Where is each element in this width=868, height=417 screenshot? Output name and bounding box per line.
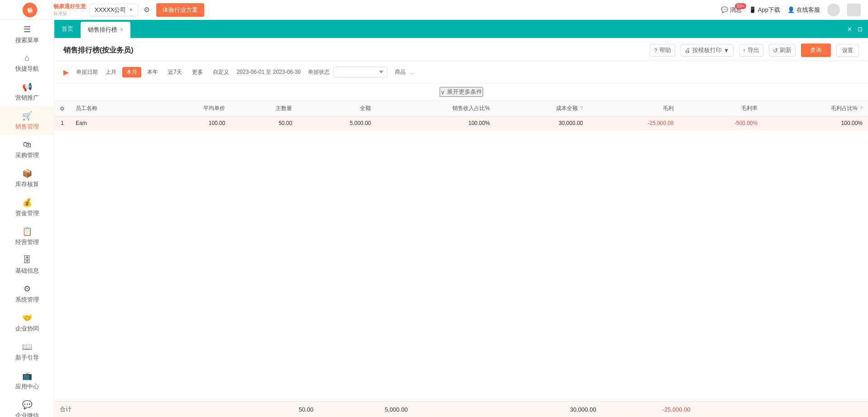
message-icon: 💬 bbox=[721, 6, 728, 13]
settings-button[interactable]: 设置 bbox=[836, 44, 859, 57]
table-cell: -25,000.00 bbox=[588, 116, 679, 130]
table-body: 1Eam100.0050.005,000.00100.00%30,000.00-… bbox=[54, 116, 868, 130]
company-settings-button[interactable]: ⚙ bbox=[142, 4, 152, 16]
table-cell: 50.00 bbox=[230, 116, 297, 130]
industry-btn[interactable]: 体验行业方案 bbox=[156, 3, 204, 17]
cooperation-icon: 🤝 bbox=[22, 313, 32, 323]
date-tab-prev-month[interactable]: 上月 bbox=[101, 67, 120, 77]
col-amount: 全额 bbox=[297, 101, 376, 116]
table-cell: 100.00 bbox=[150, 116, 230, 130]
expand-more-btn[interactable]: ∨ 展开更多条件 bbox=[440, 87, 483, 97]
page-content: 销售排行榜(按业务员) ? 帮助 🖨 按模板打印 ▼ ↑ 导出 bbox=[54, 38, 868, 417]
query-button[interactable]: 查询 bbox=[801, 43, 831, 57]
main-layout: ☰ 搜索菜单 ⌂ 快捷导航 📢 营销推广 🛒 销售管理 🛍 采购管理 📦 库存核… bbox=[0, 20, 868, 417]
marketing-icon: 📢 bbox=[22, 82, 32, 92]
search-menu-icon: ☰ bbox=[24, 24, 31, 34]
col-cost: 成本全额 ? bbox=[495, 101, 588, 116]
export-button[interactable]: ↑ 导出 bbox=[739, 44, 764, 57]
app-version: 标准版 bbox=[53, 10, 86, 17]
date-tab-7days[interactable]: 近7天 bbox=[164, 67, 186, 77]
tab-sales-rank-label: 销售排行榜 bbox=[88, 26, 117, 34]
sidebar-item-label-basic: 基础信息 bbox=[15, 267, 39, 275]
sidebar-item-finance[interactable]: 💰 资金管理 bbox=[0, 193, 54, 222]
table-cell: Eam bbox=[70, 116, 150, 130]
app-download-button[interactable]: 📱 App下载 bbox=[749, 6, 780, 14]
table-wrap: ⚙ 员工名称 平均单价 主数量 全额 销售收入占比% 成本全额 ? 毛利 毛利率… bbox=[54, 101, 868, 401]
main-table: ⚙ 员工名称 平均单价 主数量 全额 销售收入占比% 成本全额 ? 毛利 毛利率… bbox=[54, 101, 868, 130]
help-icon: ? bbox=[654, 47, 657, 54]
sidebar: ☰ 搜索菜单 ⌂ 快捷导航 📢 营销推广 🛒 销售管理 🛍 采购管理 📦 库存核… bbox=[0, 20, 54, 417]
finance-icon: 💰 bbox=[22, 197, 32, 207]
tab-sales-rank[interactable]: 销售排行榜 × bbox=[81, 22, 130, 38]
company-selector[interactable]: XXXXX公司 ▼ bbox=[90, 4, 138, 16]
table-cell: 100.00% bbox=[376, 116, 495, 130]
sidebar-item-label-sales: 销售管理 bbox=[15, 123, 39, 131]
status-filter-select[interactable] bbox=[333, 67, 388, 77]
sidebar-item-label-app: 应用中心 bbox=[15, 383, 39, 391]
help-button[interactable]: ? 帮助 bbox=[650, 44, 675, 57]
print-dropdown-icon: ▼ bbox=[724, 47, 729, 54]
tab-bar: 首页 销售排行榜 × ✕ ⊡ bbox=[54, 20, 868, 38]
tab-window-expand-btn[interactable]: ⊡ bbox=[858, 26, 863, 33]
online-service-label: 在线客服 bbox=[796, 6, 820, 14]
refresh-button[interactable]: ↺ 刷新 bbox=[769, 44, 796, 57]
status-filter-label: 单据状态 bbox=[308, 68, 330, 76]
date-tab-more[interactable]: 更多 bbox=[188, 67, 207, 77]
date-filter: 单据日期 上月 本月 本年 近7天 更多 自定义 2023-06-01 至 20… bbox=[76, 67, 301, 77]
message-button[interactable]: 💬 消息 99+ bbox=[721, 6, 742, 14]
col-main-qty: 主数量 bbox=[230, 101, 297, 116]
service-icon: 👤 bbox=[787, 6, 795, 13]
svg-text:畅: 畅 bbox=[27, 7, 33, 13]
inventory-icon: 📦 bbox=[22, 168, 32, 178]
purchase-icon: 🛍 bbox=[23, 140, 31, 149]
sidebar-item-label-wechat: 企业微信 bbox=[15, 412, 39, 417]
online-service-button[interactable]: 👤 在线客服 bbox=[787, 6, 820, 14]
table-cell: -500.00% bbox=[679, 116, 763, 130]
sales-icon: 🛒 bbox=[22, 111, 32, 121]
gross-pct-help-icon[interactable]: ? bbox=[860, 105, 863, 111]
col-revenue-pct: 销售收入占比% bbox=[376, 101, 495, 116]
app-download-label: App下载 bbox=[758, 6, 780, 14]
goods-filter: 商品 ... bbox=[395, 68, 414, 76]
system-icon: ⚙ bbox=[24, 284, 31, 294]
sidebar-item-marketing[interactable]: 📢 营销推广 bbox=[0, 77, 54, 106]
company-name: XXXXX公司 bbox=[95, 6, 126, 14]
sidebar-item-label-system: 系统管理 bbox=[15, 296, 39, 304]
cost-help-icon[interactable]: ? bbox=[580, 105, 583, 111]
table-header: ⚙ 员工名称 平均单价 主数量 全额 销售收入占比% 成本全额 ? 毛利 毛利率… bbox=[54, 101, 868, 116]
sidebar-item-inventory[interactable]: 📦 库存核算 bbox=[0, 164, 54, 193]
sidebar-item-search[interactable]: ☰ 搜索菜单 bbox=[0, 20, 54, 49]
table-cell: 100.00% bbox=[763, 116, 868, 130]
table-cell: 5,000.00 bbox=[297, 116, 376, 130]
logo-area: 畅 bbox=[7, 2, 53, 18]
goods-filter-more[interactable]: ... bbox=[409, 69, 414, 75]
col-gear: ⚙ bbox=[54, 101, 70, 116]
user-avatar[interactable] bbox=[827, 4, 840, 16]
sidebar-item-basic-info[interactable]: 🗄 基础信息 bbox=[0, 251, 54, 279]
date-filter-label: 单据日期 bbox=[76, 68, 98, 76]
footer-spacer4 bbox=[779, 406, 863, 413]
sidebar-item-label-finance: 资金管理 bbox=[15, 209, 39, 217]
tab-home[interactable]: 首页 bbox=[54, 20, 81, 38]
tab-window-close-btn[interactable]: ✕ bbox=[847, 26, 852, 33]
date-tab-this-month[interactable]: 本月 bbox=[122, 67, 141, 77]
table-cell: 30,000.00 bbox=[495, 116, 588, 130]
sidebar-item-system[interactable]: ⚙ 系统管理 bbox=[0, 279, 54, 308]
print-button[interactable]: 🖨 按模板打印 ▼ bbox=[681, 44, 734, 57]
export-icon: ↑ bbox=[743, 47, 746, 54]
sidebar-item-management[interactable]: 📋 经营管理 bbox=[0, 222, 54, 251]
sidebar-item-label-coop: 企业协同 bbox=[15, 325, 39, 333]
tab-close-icon[interactable]: × bbox=[120, 27, 123, 33]
filter-toggle-arrow[interactable]: ▶ bbox=[63, 68, 69, 77]
sidebar-item-guide[interactable]: 📖 新手引导 bbox=[0, 337, 54, 366]
sidebar-item-sales[interactable]: 🛒 销售管理 bbox=[0, 106, 54, 135]
sidebar-item-quick-nav[interactable]: ⌂ 快捷导航 bbox=[0, 49, 54, 77]
print-icon: 🖨 bbox=[685, 47, 691, 54]
date-tab-custom[interactable]: 自定义 bbox=[209, 67, 233, 77]
sidebar-item-cooperation[interactable]: 🤝 企业协同 bbox=[0, 308, 54, 337]
sidebar-item-wechat[interactable]: 💬 企业微信 bbox=[0, 395, 54, 417]
date-tab-this-year[interactable]: 本年 bbox=[143, 67, 162, 77]
sidebar-item-purchase[interactable]: 🛍 采购管理 bbox=[0, 135, 54, 164]
footer-spacer1 bbox=[141, 406, 225, 413]
sidebar-item-app-center[interactable]: 📺 应用中心 bbox=[0, 366, 54, 395]
